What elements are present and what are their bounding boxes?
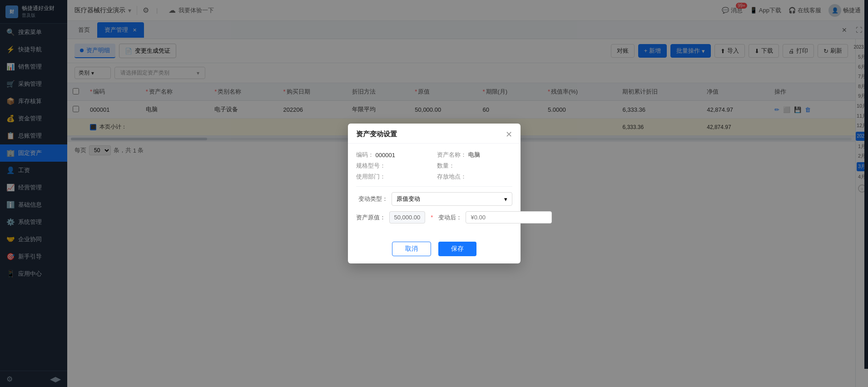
- select-arrow-icon: ▾: [504, 196, 507, 203]
- change-type-select[interactable]: 原值变动 ▾: [392, 192, 512, 206]
- modal-quantity-field: 数量：: [437, 162, 512, 170]
- modal-divider: [356, 186, 512, 187]
- required-marker: *: [431, 214, 433, 221]
- after-change-input[interactable]: [466, 211, 552, 223]
- modal-footer: 取消 保存: [348, 236, 521, 263]
- modal-header: 资产变动设置 ✕: [348, 124, 521, 144]
- cancel-button[interactable]: 取消: [392, 242, 431, 256]
- original-value-display: 50,000.00: [389, 211, 426, 223]
- modal-overlay: 资产变动设置 ✕ 编码： 000001 资产名称： 电脑 规格型号： 数量：: [0, 0, 868, 387]
- modal-close-icon[interactable]: ✕: [506, 130, 512, 139]
- modal-body: 编码： 000001 资产名称： 电脑 规格型号： 数量： 使用部门：: [348, 144, 521, 236]
- after-change-label: 变动后：: [438, 213, 462, 222]
- modal-info-grid: 编码： 000001 资产名称： 电脑 规格型号： 数量： 使用部门：: [356, 151, 512, 181]
- original-value-row: 资产原值： 50,000.00 * 变动后：: [356, 211, 512, 223]
- modal-title: 资产变动设置: [356, 130, 397, 139]
- modal-asset-name-field: 资产名称： 电脑: [437, 151, 512, 159]
- asset-change-modal: 资产变动设置 ✕ 编码： 000001 资产名称： 电脑 规格型号： 数量：: [348, 124, 521, 263]
- change-type-row: 变动类型： 原值变动 ▾: [356, 192, 512, 206]
- save-button[interactable]: 保存: [438, 242, 476, 256]
- modal-spec-field: 规格型号：: [356, 162, 432, 170]
- modal-code-field: 编码： 000001: [356, 151, 432, 159]
- modal-location-field: 存放地点：: [437, 173, 512, 181]
- modal-department-field: 使用部门：: [356, 173, 432, 181]
